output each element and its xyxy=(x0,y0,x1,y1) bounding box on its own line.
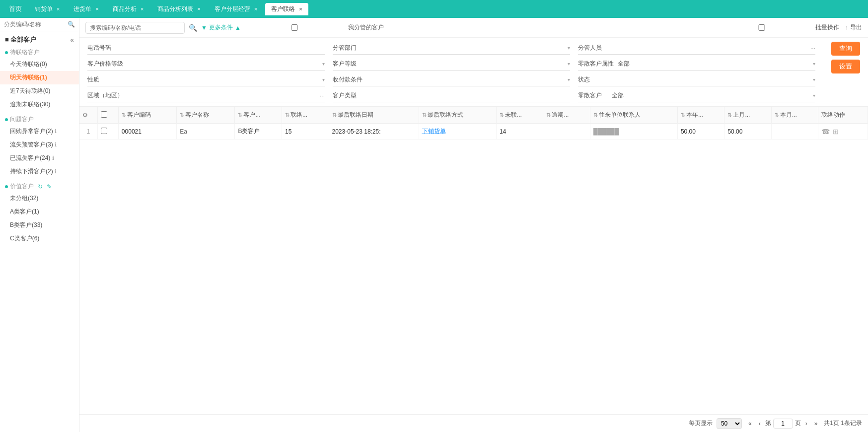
nav-item-analysis-list[interactable]: 商品分析列表 × xyxy=(151,3,206,15)
sidebar-search-input[interactable] xyxy=(4,21,66,28)
refresh-icon[interactable]: ↻ xyxy=(38,183,43,190)
sort-icon[interactable]: ⇅ xyxy=(775,112,779,118)
sort-icon[interactable]: ⇅ xyxy=(727,112,732,118)
chevron-down-icon[interactable]: ▾ xyxy=(322,61,325,67)
col-contact-count: ⇅联络... xyxy=(282,107,329,124)
col-name: ⇅客户名称 xyxy=(177,107,235,124)
sort-icon[interactable]: ⇅ xyxy=(180,112,184,118)
group-dot xyxy=(5,118,8,121)
col-checkbox xyxy=(97,107,118,124)
sort-icon[interactable]: ⇅ xyxy=(122,112,126,118)
sort-icon[interactable]: ⇅ xyxy=(546,112,551,118)
export-btn[interactable]: ↑ 导出 xyxy=(845,23,862,32)
row-checkbox[interactable] xyxy=(101,128,107,134)
chevron-down-icon[interactable]: ▾ xyxy=(568,77,570,82)
select-all-checkbox[interactable] xyxy=(101,111,107,118)
page-number-input[interactable] xyxy=(773,419,793,429)
chevron-down-icon[interactable]: ▾ xyxy=(322,77,325,82)
collapse-icon[interactable]: « xyxy=(70,36,74,44)
search-input[interactable] xyxy=(85,22,185,34)
close-icon[interactable]: × xyxy=(197,6,200,12)
nav-home[interactable]: 首页 xyxy=(4,2,27,15)
more-conditions-btn[interactable]: ▼ 更多条件 ▲ xyxy=(201,23,241,32)
chevron-down-icon[interactable]: ▾ xyxy=(568,45,570,51)
sidebar-item-declining[interactable]: 持续下滑客户(2) ℹ xyxy=(0,165,79,178)
sidebar-item-lost[interactable]: 已流失客户(24) ℹ xyxy=(0,151,79,165)
close-icon[interactable]: × xyxy=(254,6,257,12)
my-customers-check[interactable] xyxy=(245,24,344,31)
sidebar: 🔍 ■ 全部客户 « 待联络客户 今天待联络(0) 明天待联络(1) 近7天待联… xyxy=(0,18,79,432)
sort-icon[interactable]: ⇅ xyxy=(332,112,337,118)
query-button[interactable]: 查询 xyxy=(831,42,860,56)
batch-op-btn[interactable]: 批量操作 xyxy=(712,23,839,32)
close-icon[interactable]: × xyxy=(95,6,98,12)
edit-icon[interactable]: ✎ xyxy=(47,183,52,190)
sort-icon[interactable]: ⇅ xyxy=(500,112,504,118)
group-dot xyxy=(5,51,8,54)
first-page-btn[interactable]: « xyxy=(746,419,754,428)
prev-page-btn[interactable]: ‹ xyxy=(756,419,763,428)
table-row: 1 000021 Ea B类客户 15 2023-05-23 18:25: 下销… xyxy=(79,124,868,140)
input-region[interactable] xyxy=(127,92,320,99)
sidebar-item-today[interactable]: 今天待联络(0) xyxy=(0,58,79,71)
label-nature: 性质 xyxy=(87,75,117,84)
sort-icon[interactable]: ⇅ xyxy=(238,112,242,118)
sidebar-item-class-b[interactable]: B类客户(33) xyxy=(0,218,79,232)
contact-action-icon[interactable]: ☎ xyxy=(821,128,830,136)
filter-dept: 分管部门 ▾ xyxy=(333,42,570,55)
nav-item-salelist[interactable]: 销货单 × xyxy=(29,3,66,15)
sort-icon[interactable]: ⇅ xyxy=(422,112,427,118)
group-dot xyxy=(5,185,8,188)
row-checkbox-cell xyxy=(97,124,118,140)
chevron-down-icon[interactable]: ▾ xyxy=(813,77,815,82)
sidebar-item-class-a[interactable]: A类客户(1) xyxy=(0,205,79,218)
sort-icon[interactable]: ⇅ xyxy=(681,112,685,118)
my-customers-checkbox[interactable]: 我分管的客户 xyxy=(245,23,384,32)
sidebar-item-tomorrow[interactable]: 明天待联络(1) xyxy=(0,71,79,84)
close-icon[interactable]: × xyxy=(141,6,144,12)
filter-price-level: 客户价格等级 ▾ xyxy=(87,58,325,71)
input-customer-type[interactable] xyxy=(366,92,570,99)
input-nature[interactable] xyxy=(121,76,322,83)
sort-icon[interactable]: ⇅ xyxy=(593,112,598,118)
per-page-select[interactable]: 50 100 xyxy=(717,418,742,429)
input-person[interactable] xyxy=(612,45,810,52)
nav-item-customer-contact[interactable]: 客户联络 × xyxy=(265,3,308,15)
search-icon[interactable]: 🔍 xyxy=(68,21,75,28)
input-customer-level[interactable] xyxy=(366,61,568,68)
sidebar-item-warning[interactable]: 流失预警客户(3) ℹ xyxy=(0,138,79,151)
sidebar-item-7days[interactable]: 近7天待联络(0) xyxy=(0,84,79,98)
sort-icon[interactable]: ⇅ xyxy=(285,112,289,118)
batch-op-check[interactable] xyxy=(712,24,811,31)
input-status[interactable] xyxy=(612,76,813,83)
nav-item-purchase[interactable]: 进货单 × xyxy=(68,3,104,15)
sidebar-item-class-c[interactable]: C类客户(6) xyxy=(0,232,79,245)
row-last-method[interactable]: 下销货单 xyxy=(419,124,496,140)
settings-icon[interactable]: ⚙ xyxy=(82,112,88,119)
chevron-down-icon[interactable]: ▾ xyxy=(813,93,815,98)
input-dept[interactable] xyxy=(366,45,568,52)
filter-region: 区域（地区） ··· xyxy=(87,89,325,102)
more-action-icon[interactable]: ⊞ xyxy=(833,128,839,136)
sidebar-item-ungroup[interactable]: 未分组(32) xyxy=(0,192,79,205)
row-last-date: 2023-05-23 18:25: xyxy=(329,124,419,140)
sidebar-item-overdue[interactable]: 逾期未联络(30) xyxy=(0,98,79,111)
nav-item-customer-tier[interactable]: 客户分层经营 × xyxy=(209,3,263,15)
input-price-level[interactable] xyxy=(127,61,322,68)
sidebar-item-abnormal[interactable]: 回购异常客户(2) ℹ xyxy=(0,125,79,138)
close-icon[interactable]: × xyxy=(57,6,60,12)
filter-icon: ▼ xyxy=(201,24,207,31)
close-icon[interactable]: × xyxy=(299,6,302,12)
input-phone[interactable] xyxy=(121,45,325,52)
filter-search-icon[interactable]: 🔍 xyxy=(189,24,197,32)
chevron-down-icon[interactable]: ▾ xyxy=(568,61,570,67)
chevron-down-icon[interactable]: ▾ xyxy=(813,61,815,67)
dots-icon[interactable]: ··· xyxy=(320,92,325,99)
input-payment[interactable] xyxy=(366,76,568,83)
total-label: 共1页 1条记录 xyxy=(824,419,862,428)
last-page-btn[interactable]: » xyxy=(812,419,820,428)
set-button[interactable]: 设置 xyxy=(831,60,860,73)
next-page-btn[interactable]: › xyxy=(803,419,810,428)
nav-item-analysis[interactable]: 商品分析 × xyxy=(107,3,149,15)
dots-icon[interactable]: ··· xyxy=(810,45,815,52)
